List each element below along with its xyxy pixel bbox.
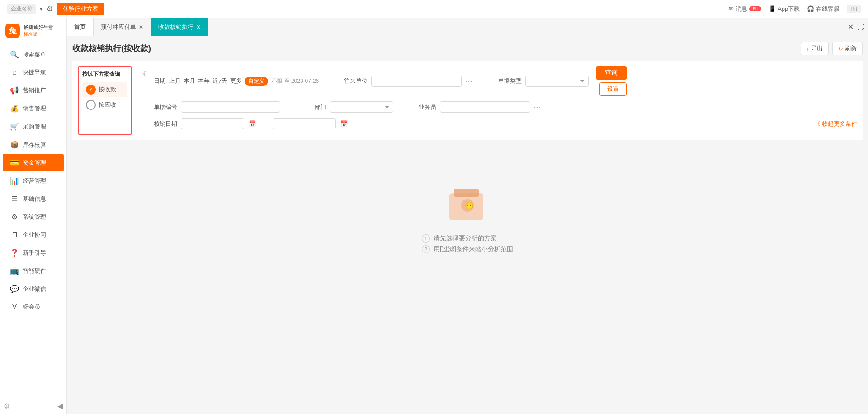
sidebar-item-guide[interactable]: ❓ 新手引导 [3, 244, 64, 262]
settings-bottom-icon[interactable]: ⚙ [4, 402, 10, 410]
empty-hints: 1 请先选择要分析的方案 2 用[过滤]条件来缩小分析范围 [422, 234, 513, 253]
docno-input[interactable] [181, 101, 280, 113]
weixin-icon: 💬 [10, 285, 19, 293]
content-area: 首页 预付冲应付单 ✕ 收款核销执行 ✕ ✕ ⛶ 收款核销执行(按收款) ↑ [67, 18, 868, 414]
collapse-more-label: 收起更多条件 [822, 120, 857, 128]
filter-docno-group: 单据编号 [154, 101, 280, 113]
logo-text-block: 畅捷通好生意 标准版 [24, 24, 53, 37]
sidebar-label-collab: 企业协同 [23, 231, 46, 239]
page-header: 收款核销执行(按收款) ↑ 导出 ↻ 刷新 [72, 42, 863, 55]
verify-date-start-calendar[interactable]: 📅 [249, 120, 256, 127]
filter-option-by-receivable[interactable]: ○ 按应收 [82, 97, 127, 113]
date-link-this-year[interactable]: 本年 [198, 77, 210, 86]
collapse-sidebar-icon[interactable]: ◀ [57, 402, 63, 410]
date-link-last-month[interactable]: 上月 [169, 77, 181, 86]
sidebar-label-search: 搜索菜单 [23, 51, 46, 59]
doctype-select[interactable] [525, 76, 589, 87]
tab-receivable[interactable]: 收款核销执行 ✕ [151, 18, 208, 36]
salesperson-input[interactable] [440, 101, 530, 113]
message-button[interactable]: ✉ 消息 99+ [729, 5, 761, 13]
verify-date-start-input[interactable]: 2023-03-01 [181, 118, 244, 129]
page-header-actions: ↑ 导出 ↻ 刷新 [801, 42, 863, 55]
filter-verify-date-group: 核销日期 2023-03-01 📅 — 2023-07-21 📅 [154, 118, 348, 129]
app-download-button[interactable]: 📱 App下载 [769, 5, 800, 13]
collapse-filter-button[interactable]: 《 [137, 68, 148, 81]
dropdown-icon[interactable]: ▾ [40, 5, 43, 12]
date-custom-tag[interactable]: 自定义 [245, 77, 268, 86]
industry-button[interactable]: 休验行业方案 [57, 3, 104, 15]
gear-icon[interactable]: ⚙ [47, 5, 53, 13]
counterparty-dots[interactable]: ··· [465, 78, 473, 85]
sidebar-item-hardware[interactable]: 📺 智能硬件 [3, 262, 64, 280]
home-icon: ⌂ [10, 68, 19, 76]
date-links: 上月 本月 本年 近7天 更多 自定义 [169, 77, 268, 86]
sidebar-label-finance: 资金管理 [23, 159, 46, 167]
collapse-chevron-icon: 《 [814, 120, 820, 128]
sidebar-item-basicinfo[interactable]: ☰ 基础信息 [3, 190, 64, 208]
filter-option-by-receipt[interactable]: ¥ 按收款 [82, 82, 127, 97]
expand-tab-button[interactable]: ⛶ [857, 23, 864, 31]
date-link-7days[interactable]: 近7天 [212, 77, 227, 86]
message-badge: 99+ [749, 6, 761, 11]
tab-receivable-close[interactable]: ✕ [196, 24, 201, 30]
filter-panel: 按以下方案查询 ¥ 按收款 ○ 按应收 《 [72, 61, 863, 140]
filter-row-2: 单据编号 部门 业务员 ··· [154, 101, 857, 113]
sidebar-label-management: 经营管理 [23, 177, 46, 185]
sidebar-label-hardware: 智能硬件 [23, 267, 46, 275]
online-service-label: 在线客服 [816, 5, 840, 13]
sidebar-item-system[interactable]: ⚙ 系统管理 [3, 208, 64, 226]
receipt-icon: ¥ [86, 85, 96, 95]
sidebar-item-inventory[interactable]: 📦 库存核算 [3, 136, 64, 153]
sidebar-item-finance[interactable]: 💳 资金管理 [3, 154, 64, 171]
empty-hint-1: 1 请先选择要分析的方案 [422, 234, 513, 243]
sidebar-item-management[interactable]: 📊 经营管理 [3, 172, 64, 190]
sidebar-label-member: 畅会员 [23, 303, 40, 311]
main-layout: 兔 畅捷通好生意 标准版 🔍 搜索菜单 ⌂ 快捷导航 📢 营销推广 💰 销售管理 [0, 18, 868, 414]
user-avatar[interactable]: Rit [847, 5, 861, 13]
verify-date-end-input[interactable]: 2023-07-21 [273, 118, 336, 129]
close-tab-button[interactable]: ✕ [848, 23, 854, 31]
sidebar-label-purchase: 采购管理 [23, 123, 46, 131]
empty-hint-1-text: 请先选择要分析的方案 [434, 234, 497, 243]
salesperson-dots[interactable]: ··· [534, 104, 542, 110]
sidebar-item-purchase[interactable]: 🛒 采购管理 [3, 118, 64, 135]
refresh-label: 刷新 [845, 44, 857, 52]
verify-date-end-calendar[interactable]: 📅 [340, 120, 348, 127]
sidebar-item-search[interactable]: 🔍 搜索菜单 [3, 46, 64, 63]
sidebar-item-collab[interactable]: 🖥 企业协同 [3, 226, 64, 243]
filter-settings-button[interactable]: 设置 [599, 82, 627, 96]
sidebar-item-marketing[interactable]: 📢 营销推广 [3, 81, 64, 99]
department-select[interactable] [330, 101, 393, 113]
filter-row-1: 日期 上月 本月 本年 近7天 更多 自定义 不限 至 2023-07-26 [154, 66, 857, 96]
message-icon: ✉ [729, 5, 734, 12]
export-icon: ↑ [807, 45, 810, 52]
sidebar-label-guide: 新手引导 [23, 249, 46, 257]
app-version: 标准版 [24, 31, 53, 38]
refresh-button[interactable]: ↻ 刷新 [832, 42, 863, 55]
sidebar-item-sales[interactable]: 💰 销售管理 [3, 100, 64, 117]
empty-state: 😐 1 请先选择要分析的方案 2 用[过滤]条件来缩小分析范围 [72, 146, 863, 290]
sidebar-item-weixin[interactable]: 💬 企业微信 [3, 280, 64, 298]
collapse-more-button[interactable]: 《 收起更多条件 [814, 120, 857, 128]
marketing-icon: 📢 [10, 86, 19, 95]
app-name: 畅捷通好生意 [24, 24, 53, 31]
sidebar-item-member[interactable]: V 畅会员 [3, 298, 64, 315]
query-button[interactable]: 查询 [596, 66, 627, 80]
app-icon: 📱 [769, 5, 776, 12]
filter-sidebar: 按以下方案查询 ¥ 按收款 ○ 按应收 [78, 66, 132, 135]
tab-home[interactable]: 首页 [67, 18, 94, 36]
tab-prepay-close[interactable]: ✕ [139, 24, 143, 30]
online-service-button[interactable]: 🎧 在线客服 [807, 5, 840, 13]
system-icon: ⚙ [10, 213, 19, 221]
date-range-separator: — [261, 120, 267, 127]
export-button[interactable]: ↑ 导出 [801, 42, 829, 55]
tab-prepay[interactable]: 预付冲应付单 ✕ [94, 18, 151, 36]
filter-right-buttons: 查询 设置 [596, 66, 627, 96]
sidebar-item-quicknav[interactable]: ⌂ 快捷导航 [3, 64, 64, 81]
date-link-more[interactable]: 更多 [230, 77, 242, 86]
counterparty-input[interactable] [371, 76, 462, 87]
doctype-label: 单据类型 [498, 77, 522, 85]
app-download-label: App下载 [778, 5, 800, 13]
date-link-this-month[interactable]: 本月 [184, 77, 195, 86]
page-content: 收款核销执行(按收款) ↑ 导出 ↻ 刷新 按以下方案查询 [67, 36, 868, 414]
